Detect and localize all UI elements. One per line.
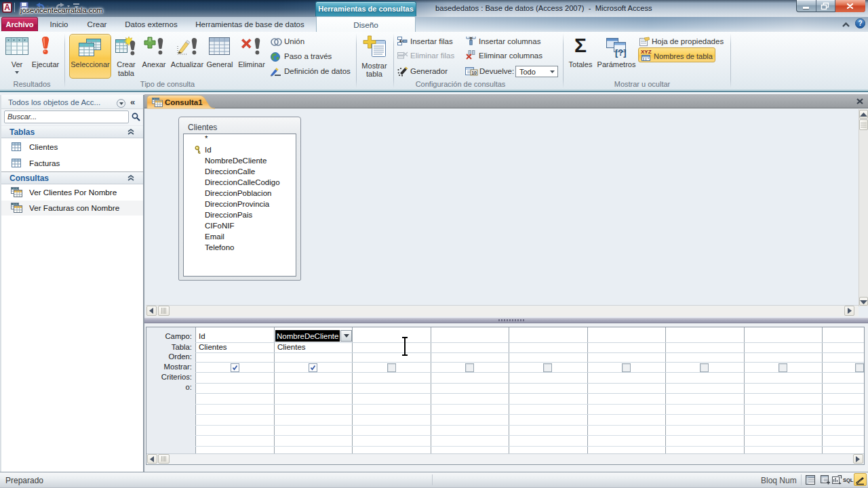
svg-text:[?]: [?] bbox=[615, 47, 627, 58]
svg-text:10: 10 bbox=[471, 70, 477, 75]
svg-text:XYZ: XYZ bbox=[641, 49, 652, 55]
